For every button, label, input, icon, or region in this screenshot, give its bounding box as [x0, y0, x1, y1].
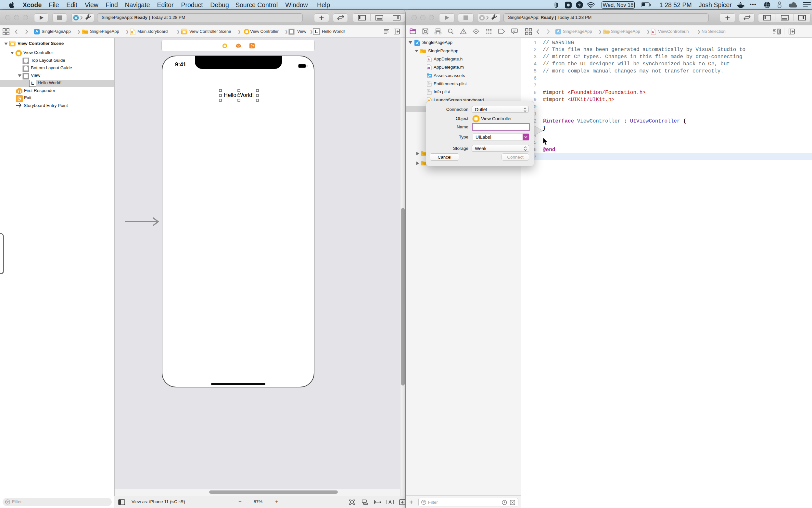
svg-text:h: h: [428, 58, 430, 61]
svg-text:m: m: [427, 66, 430, 70]
svg-text:0: 0: [18, 91, 19, 94]
svg-text:1: 1: [20, 91, 21, 94]
svg-text:h: h: [652, 30, 654, 34]
